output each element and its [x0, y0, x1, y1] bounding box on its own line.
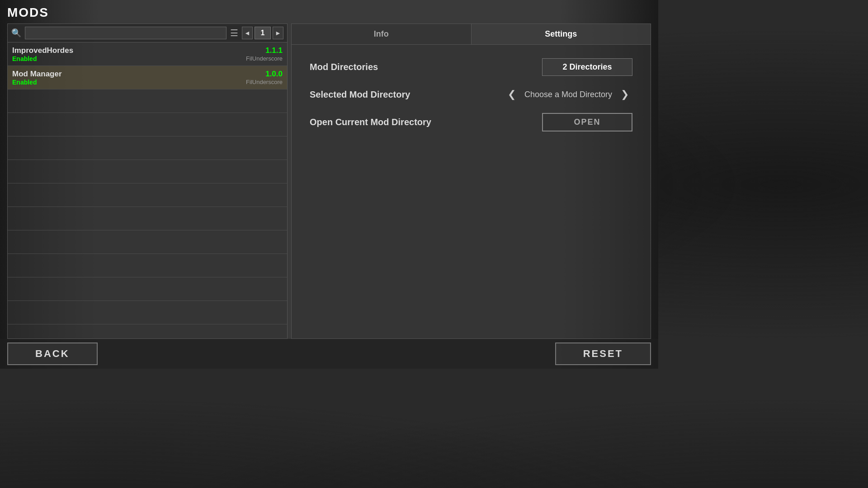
list-item	[8, 254, 287, 277]
tab-settings[interactable]: Settings	[472, 24, 651, 44]
mod-list: ImprovedHordes1.1.1EnabledFilUnderscoreM…	[8, 42, 287, 338]
dir-prev-button[interactable]: ❮	[504, 87, 519, 102]
mod-directories-row: Mod Directories 2 Directories	[310, 58, 632, 76]
tabs: InfoSettings	[292, 24, 651, 45]
mod-list-panel: 🔍 ☰ ◄ 1 ► ImprovedHordes1.1.1EnabledFilU…	[7, 23, 288, 339]
search-input[interactable]	[25, 27, 226, 39]
mod-version: 1.0.0	[265, 70, 283, 79]
mod-version: 1.1.1	[265, 46, 283, 55]
selected-mod-dir-row: Selected Mod Directory ❮ Choose a Mod Di…	[310, 87, 632, 102]
page-number: 1	[255, 27, 271, 39]
settings-content: Mod Directories 2 Directories Selected M…	[292, 45, 651, 145]
list-item	[8, 230, 287, 254]
list-item	[8, 160, 287, 183]
search-bar: 🔍 ☰ ◄ 1 ►	[8, 24, 287, 42]
list-item	[8, 113, 287, 136]
mod-name: ImprovedHordes	[12, 46, 73, 55]
list-item	[8, 89, 287, 113]
bottom-bar: BACK RESET	[0, 339, 658, 369]
list-item	[8, 277, 287, 301]
prev-page-button[interactable]: ◄	[242, 27, 253, 39]
mod-directories-label: Mod Directories	[310, 62, 378, 72]
open-mod-dir-label: Open Current Mod Directory	[310, 117, 431, 127]
mod-name: Mod Manager	[12, 70, 62, 79]
tab-info[interactable]: Info	[292, 24, 472, 44]
sort-icon[interactable]: ☰	[230, 28, 238, 38]
dir-next-button[interactable]: ❯	[617, 87, 632, 102]
list-item[interactable]: ImprovedHordes1.1.1EnabledFilUnderscore	[8, 42, 287, 66]
open-mod-dir-button[interactable]: OPEN	[542, 113, 632, 131]
list-item	[8, 183, 287, 207]
mod-status: Enabled	[12, 79, 37, 86]
selected-mod-dir-label: Selected Mod Directory	[310, 89, 410, 100]
search-icon: 🔍	[11, 28, 21, 38]
choose-mod-dir-text: Choose a Mod Directory	[523, 90, 613, 99]
list-item[interactable]: Mod Manager1.0.0EnabledFilUnderscore	[8, 66, 287, 89]
list-item	[8, 136, 287, 160]
mod-author: FilUnderscore	[246, 55, 283, 62]
mod-directories-value: 2 Directories	[542, 58, 632, 76]
next-page-button[interactable]: ►	[273, 27, 283, 39]
back-button[interactable]: BACK	[7, 343, 98, 365]
reset-button[interactable]: RESET	[555, 343, 651, 365]
directory-selector: ❮ Choose a Mod Directory ❯	[504, 87, 632, 102]
mod-status: Enabled	[12, 55, 37, 62]
list-item	[8, 207, 287, 230]
mod-author: FilUnderscore	[246, 79, 283, 85]
page-nav: ◄ 1 ►	[242, 27, 283, 39]
list-item	[8, 301, 287, 324]
open-mod-dir-row: Open Current Mod Directory OPEN	[310, 113, 632, 131]
info-settings-panel: InfoSettings Mod Directories 2 Directori…	[291, 23, 651, 339]
page-title: MODS	[0, 0, 658, 23]
